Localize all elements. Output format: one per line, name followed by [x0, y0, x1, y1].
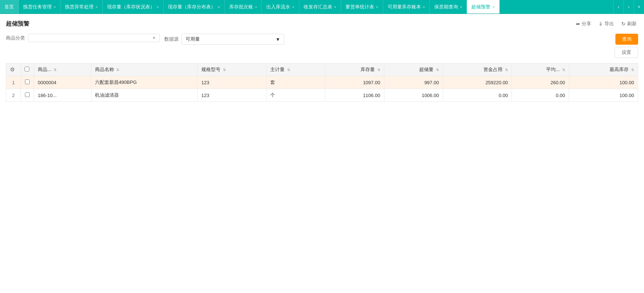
nav-task-mgmt[interactable]: 拣货任务管理 ×	[19, 0, 61, 14]
nav-available-stock[interactable]: 可用量库存账本 ×	[383, 0, 430, 14]
col-capital: 资金占用 ⇅	[443, 63, 512, 76]
datasource-select[interactable]: 可用量 ▼	[182, 34, 284, 45]
nav-abnormal[interactable]: 拣货异常处理 ×	[61, 0, 102, 14]
nav-batch-account[interactable]: 库存批次账 ×	[225, 0, 262, 14]
category-filter: 商品分类 ▼	[6, 34, 160, 42]
close-icon[interactable]: ×	[460, 5, 462, 9]
page-container: 超储预警 ➦ 分享 ⇓ 导出 ↻ 刷新 商品分类 ▼ 数据源	[0, 14, 644, 293]
nav-summary[interactable]: 收发存汇总表 ×	[299, 0, 341, 14]
filter-actions: 查询 设置	[615, 34, 638, 58]
row-stock: 1097.00	[325, 76, 384, 89]
refresh-button[interactable]: ↻ 刷新	[620, 20, 638, 28]
col-code: 商品... ⇅	[34, 63, 91, 76]
select-all-checkbox[interactable]	[25, 67, 29, 71]
settings-button[interactable]: 设置	[615, 47, 638, 58]
col-overstock: 超储量 ⇅	[384, 63, 443, 76]
header-actions: ➦ 分享 ⇓ 导出 ↻ 刷新	[574, 20, 638, 28]
nav-prev-button[interactable]: ‹	[613, 0, 623, 14]
nav-overstock-warning[interactable]: 超储预警 ×	[467, 0, 499, 14]
close-icon[interactable]: ×	[334, 5, 336, 9]
datasource-label: 数据源	[164, 36, 179, 42]
row-unit: 套	[267, 76, 325, 89]
nav-next-button[interactable]: ›	[623, 0, 634, 14]
top-nav: 首页 拣货任务管理 × 拣货异常处理 × 现存量（库存状况表） × 现存量（库存…	[0, 0, 644, 14]
row-code: 0000004	[34, 76, 91, 89]
chevron-down-icon: ▼	[275, 37, 280, 42]
export-icon: ⇓	[599, 21, 603, 27]
row-overstock: 1006.00	[384, 89, 443, 102]
nav-close-all-button[interactable]: ×	[634, 0, 644, 14]
col-checkbox	[21, 63, 34, 76]
nav-stock-dist[interactable]: 现存量（库存分布表） ×	[164, 0, 224, 14]
row-name: 六配套新昌490BPG	[91, 76, 197, 89]
col-spec: 规格型号 ⇅	[197, 63, 266, 76]
col-settings: ⚙	[6, 63, 21, 76]
gear-icon[interactable]: ⚙	[10, 66, 15, 73]
refresh-icon: ↻	[621, 21, 626, 27]
sort-icon[interactable]: ⇅	[505, 68, 508, 72]
nav-demand-stats[interactable]: 要货单统计表 ×	[341, 0, 383, 14]
sort-icon[interactable]: ⇅	[562, 68, 565, 72]
close-icon[interactable]: ×	[95, 5, 98, 9]
datasource-filter: 数据源 可用量 ▼	[164, 34, 284, 45]
page-header: 超储预警 ➦ 分享 ⇓ 导出 ↻ 刷新	[6, 20, 638, 28]
nav-inout-flow[interactable]: 出入库流水 ×	[262, 0, 299, 14]
nav-home[interactable]: 首页	[0, 0, 19, 14]
nav-shelf-life[interactable]: 保质期查询 ×	[430, 0, 467, 14]
close-icon[interactable]: ×	[292, 5, 294, 9]
row-checkbox-cell	[21, 76, 34, 89]
filter-bar: 商品分类 ▼ 数据源 可用量 ▼ 查询 设置	[6, 34, 638, 58]
row-stock: 1106.00	[325, 89, 384, 102]
row-num: 2	[6, 89, 21, 102]
row-spec: 123	[197, 89, 266, 102]
row-capital: 259220.00	[443, 76, 512, 89]
page-title: 超储预警	[6, 20, 29, 28]
row-unit: 个	[267, 89, 325, 102]
query-button[interactable]: 查询	[615, 34, 638, 45]
close-icon[interactable]: ×	[492, 5, 494, 9]
col-stock: 库存量 ⇅	[325, 63, 384, 76]
row-max-stock: 100.00	[569, 76, 638, 89]
chevron-down-icon: ▼	[152, 36, 156, 40]
nav-arrows: ‹ › ×	[613, 0, 644, 14]
close-icon[interactable]: ×	[157, 5, 159, 9]
table-row: 2 186-10... 机油滤清器 123 个 1106.00 1006.00 …	[6, 89, 638, 102]
export-button[interactable]: ⇓ 导出	[597, 20, 615, 28]
row-spec: 123	[197, 76, 266, 89]
data-table: ⚙ 商品... ⇅ 商品名称 ⇅ 规格型号 ⇅ 主计量	[6, 63, 638, 102]
row-num: 1	[6, 76, 21, 89]
close-icon[interactable]: ×	[54, 5, 56, 9]
row-max-stock: 100.00	[569, 89, 638, 102]
row-avg: 260.00	[512, 76, 569, 89]
share-icon: ➦	[576, 21, 580, 27]
sort-icon[interactable]: ⇅	[116, 68, 119, 72]
row-avg: 0.00	[512, 89, 569, 102]
col-max-stock: 最高库存 ⇅	[569, 63, 638, 76]
sort-icon[interactable]: ⇅	[287, 68, 290, 72]
row-checkbox[interactable]	[25, 92, 30, 97]
col-unit: 主计量 ⇅	[267, 63, 325, 76]
row-name: 机油滤清器	[91, 89, 197, 102]
table-row: 1 0000004 六配套新昌490BPG 123 套 1097.00 997.…	[6, 76, 638, 89]
col-avg: 平均... ⇅	[512, 63, 569, 76]
category-select[interactable]: ▼	[28, 34, 160, 42]
datasource-select-value: 可用量	[186, 36, 275, 42]
close-icon[interactable]: ×	[423, 5, 425, 9]
sort-icon[interactable]: ⇅	[631, 68, 634, 72]
nav-stock-status[interactable]: 现存量（库存状况表） ×	[103, 0, 164, 14]
row-checkbox[interactable]	[25, 79, 30, 84]
sort-icon[interactable]: ⇅	[54, 68, 56, 72]
close-icon[interactable]: ×	[376, 5, 378, 9]
share-button[interactable]: ➦ 分享	[574, 20, 593, 28]
close-icon[interactable]: ×	[255, 5, 257, 9]
row-capital: 0.00	[443, 89, 512, 102]
sort-icon[interactable]: ⇅	[223, 68, 226, 72]
category-label: 商品分类	[6, 35, 25, 41]
row-overstock: 997.00	[384, 76, 443, 89]
row-code: 186-10...	[34, 89, 91, 102]
row-checkbox-cell	[21, 89, 34, 102]
close-icon[interactable]: ×	[217, 5, 220, 9]
sort-icon[interactable]: ⇅	[377, 68, 380, 72]
col-name: 商品名称 ⇅	[91, 63, 197, 76]
sort-icon[interactable]: ⇅	[436, 68, 439, 72]
